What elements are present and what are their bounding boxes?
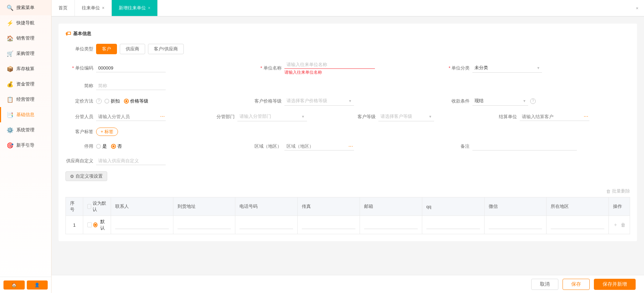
customer-price-select[interactable]: 请选择客户价格等级 ▼ bbox=[284, 96, 354, 106]
basic-info-section: 🏷 基本信息 单位类型 客户 供应商 客户/供应商 单位编码 bbox=[58, 24, 637, 241]
supplier-custom-label: 供应商自定义 bbox=[65, 158, 93, 164]
sidebar-item-label: 快捷导航 bbox=[16, 20, 34, 26]
remark-group: 备注 bbox=[442, 142, 630, 150]
manager-dots-button[interactable]: ··· bbox=[159, 113, 166, 120]
payment-terms-select[interactable]: 现结 ▼ bbox=[472, 96, 528, 106]
tab-new-contact[interactable]: 新增往来单位 × bbox=[112, 0, 158, 16]
sidebar-item-finance[interactable]: 💰 资金管理 bbox=[0, 76, 51, 92]
contact-input[interactable] bbox=[115, 221, 169, 229]
custom-settings-button[interactable]: ⚙ 自定义项设置 bbox=[65, 171, 107, 181]
pricing-radio-discount[interactable]: 折扣 bbox=[104, 98, 120, 104]
manager-label: 分管人员 bbox=[65, 114, 93, 120]
col-qq: qq bbox=[422, 197, 484, 216]
type-btn-both[interactable]: 客户/供应商 bbox=[148, 44, 184, 54]
sidebar-item-purchase[interactable]: 🛒 采购管理 bbox=[0, 46, 51, 61]
wechat-input[interactable] bbox=[489, 221, 542, 229]
remark-input[interactable] bbox=[472, 142, 577, 150]
row-checkbox[interactable] bbox=[87, 222, 92, 227]
select-all-checkbox[interactable] bbox=[87, 204, 91, 209]
customer-price-group: 客户价格等级 请选择客户价格等级 ▼ bbox=[254, 96, 442, 106]
save-new-button[interactable]: 保存并新增 bbox=[594, 279, 636, 290]
col-email: 邮箱 bbox=[360, 197, 422, 216]
unit-category-select[interactable]: 未分类 ▼ bbox=[472, 63, 542, 73]
unit-type-buttons: 客户 供应商 客户/供应商 bbox=[96, 44, 184, 54]
disabled-label: 停用 bbox=[65, 143, 93, 149]
customer-level-select[interactable]: 请选择客户等级 ▼ bbox=[378, 112, 434, 121]
unit-code-label: 单位编码 bbox=[65, 65, 93, 71]
supplier-custom-input[interactable] bbox=[96, 157, 166, 165]
section-title-icon: 🏷 bbox=[65, 31, 71, 37]
user-icon-btn[interactable]: 👤 bbox=[27, 280, 48, 290]
row-qq bbox=[422, 216, 484, 234]
tab-contacts[interactable]: 往来单位 × bbox=[75, 0, 112, 16]
pricing-help-icon[interactable]: ? bbox=[96, 98, 102, 104]
customer-price-label: 客户价格等级 bbox=[254, 98, 282, 104]
save-button[interactable]: 保存 bbox=[563, 279, 590, 290]
chevron-down-icon: ▼ bbox=[301, 115, 305, 119]
phone-input[interactable] bbox=[239, 221, 293, 229]
fax-input[interactable] bbox=[302, 221, 355, 229]
tab-contacts-close[interactable]: × bbox=[102, 6, 104, 10]
chevron-down-icon: ▼ bbox=[348, 99, 352, 103]
settlement-unit-label: 结算单位 bbox=[489, 114, 517, 120]
settlement-dots-button[interactable]: ··· bbox=[582, 113, 590, 120]
sidebar-item-label: 搜索菜单 bbox=[16, 5, 34, 11]
delete-row-button[interactable]: 🗑 bbox=[621, 222, 626, 228]
row-address bbox=[173, 216, 235, 234]
tab-home[interactable]: 首页 bbox=[52, 0, 75, 16]
region-dots-button[interactable]: ··· bbox=[347, 143, 354, 149]
region-input-group: ··· bbox=[284, 142, 354, 150]
cancel-button[interactable]: 取消 bbox=[531, 279, 558, 290]
customer-price-placeholder: 请选择客户价格等级 bbox=[286, 98, 348, 104]
add-tag-button[interactable]: + 标签 bbox=[96, 128, 118, 136]
table-row: 1 默认 bbox=[66, 216, 630, 234]
sidebar-item-sales[interactable]: 🏠 销售管理 bbox=[0, 31, 51, 46]
default-label: 默认 bbox=[99, 219, 107, 231]
unit-name-input[interactable] bbox=[284, 60, 375, 69]
manager-input-group: ··· bbox=[96, 113, 166, 121]
sidebar-item-label: 基础信息 bbox=[16, 112, 34, 118]
add-row-button[interactable]: ＋ bbox=[613, 222, 618, 228]
type-btn-customer[interactable]: 客户 bbox=[96, 44, 117, 54]
row-region-input[interactable] bbox=[551, 221, 604, 229]
disabled-no-label: 否 bbox=[117, 143, 122, 149]
sidebar-item-quick-nav[interactable]: ⚡ 快捷导航 bbox=[0, 15, 51, 31]
address-input[interactable] bbox=[178, 221, 231, 229]
sidebar-item-inventory[interactable]: 📦 库存核算 bbox=[0, 61, 51, 76]
tab-new-contact-close[interactable]: × bbox=[148, 6, 150, 10]
tab-home-label: 首页 bbox=[58, 5, 68, 11]
pricing-radio-level[interactable]: 价格等级 bbox=[124, 98, 148, 104]
sidebar-item-label: 销售管理 bbox=[16, 35, 34, 41]
unit-type-row: 单位类型 客户 供应商 客户/供应商 bbox=[65, 44, 630, 54]
supplier-custom-row: 供应商自定义 bbox=[65, 157, 630, 165]
sidebar-item-newbie[interactable]: 🎯 新手引导 bbox=[0, 138, 51, 153]
chevron-down-icon: ▼ bbox=[536, 66, 540, 70]
qq-input[interactable] bbox=[426, 221, 480, 229]
dept-select[interactable]: 请输入分管部门 ▼ bbox=[237, 112, 307, 121]
unit-type-group: 单位类型 客户 供应商 客户/供应商 bbox=[65, 44, 630, 54]
sidebar-item-operations[interactable]: 📋 经营管理 bbox=[0, 92, 51, 107]
batch-delete-button[interactable]: 🗑 批量删除 bbox=[606, 188, 630, 194]
customer-tag-label: 客户标签 bbox=[65, 129, 93, 135]
sidebar-item-basic[interactable]: 📑 基础信息 bbox=[0, 107, 51, 122]
unit-code-input[interactable] bbox=[96, 64, 166, 72]
sidebar-item-search[interactable]: 🔍 搜索菜单 bbox=[0, 0, 51, 15]
customer-level-placeholder: 请选择客户等级 bbox=[380, 113, 429, 120]
disabled-radio-no[interactable]: 否 bbox=[111, 143, 122, 149]
payment-help-icon[interactable]: ? bbox=[530, 98, 536, 104]
settlement-unit-input[interactable] bbox=[520, 113, 582, 121]
manager-input[interactable] bbox=[96, 113, 159, 121]
row-region bbox=[547, 216, 609, 234]
window-close-button[interactable]: × bbox=[630, 0, 644, 16]
disabled-radio-yes[interactable]: 是 bbox=[96, 143, 107, 149]
email-input[interactable] bbox=[364, 221, 418, 229]
home-icon-btn[interactable]: 🏠 bbox=[3, 280, 25, 290]
region-input[interactable] bbox=[284, 142, 347, 150]
pricing-radio-group: 折扣 价格等级 bbox=[104, 98, 148, 104]
short-name-input[interactable] bbox=[96, 82, 166, 90]
sidebar-item-system[interactable]: ⚙️ 系统管理 bbox=[0, 122, 51, 138]
unit-name-error: 请输入往来单位名称 bbox=[284, 70, 375, 75]
set-default-radio[interactable]: 默认 bbox=[93, 219, 107, 231]
type-btn-supplier[interactable]: 供应商 bbox=[120, 44, 145, 54]
sidebar-item-label: 系统管理 bbox=[16, 127, 34, 133]
